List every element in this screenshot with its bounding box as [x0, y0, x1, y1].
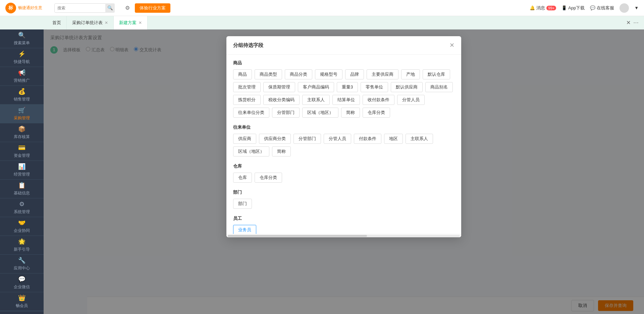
field-tag[interactable]: 主联系人	[302, 95, 330, 105]
field-tag[interactable]: 产地	[401, 69, 420, 79]
sidebar-item-finance[interactable]: 💳 资金管理	[0, 142, 44, 161]
field-tag[interactable]: 收付款条件	[363, 95, 394, 105]
field-tag[interactable]: 付款条件	[354, 134, 381, 144]
field-tag[interactable]: 部门	[233, 199, 252, 209]
field-tag[interactable]: 保质期管理	[263, 82, 295, 92]
field-tag[interactable]: 仓库分类	[363, 108, 390, 118]
section-contacts: 往来单位 供应商 供应商分类 分管部门 分管人员 付款条件 地区 主联系人 区域…	[233, 124, 454, 156]
field-tag[interactable]: 区域（地区）	[233, 146, 269, 156]
field-tag[interactable]: 供应商	[233, 134, 256, 144]
field-tag[interactable]: 规格型号	[315, 69, 342, 79]
field-tag[interactable]: 分管人员	[397, 95, 425, 105]
sidebar-item-marketing[interactable]: 📢 营销推广	[0, 67, 44, 86]
tab-home-label: 首页	[52, 20, 61, 26]
sidebar-item-operations[interactable]: 📊 经营管理	[0, 161, 44, 180]
sidebar-item-guide[interactable]: 🌟 新手引导	[0, 236, 44, 255]
sidebar-item-vip[interactable]: 👑 畅会员	[0, 292, 44, 311]
field-tag[interactable]: 简称	[272, 146, 291, 156]
sidebar-item-system[interactable]: ⚙ 系统管理	[0, 198, 44, 217]
wechat-icon: 💬	[18, 275, 25, 283]
modal-title: 分组待选字段	[233, 42, 263, 49]
online-service-label: 在线客服	[597, 5, 614, 11]
field-tag[interactable]: 仓库分类	[255, 173, 282, 183]
field-tag[interactable]: 分管人员	[324, 134, 351, 144]
settings-icon[interactable]: ⚙	[123, 3, 132, 13]
notification-label: 消息	[536, 5, 545, 11]
sidebar-item-sales[interactable]: 💰 销售管理	[0, 86, 44, 105]
logo-area: 标 畅捷通好生意	[5, 3, 49, 13]
sidebar-item-basic-info[interactable]: 📋 基础信息	[0, 180, 44, 198]
sidebar-item-collab-label: 企业协同	[14, 228, 30, 234]
modal-overlay: 分组待选字段 ✕ 商品 商品 商品类型 商品分类 规格型号 品牌 主要供应商	[44, 29, 644, 314]
field-tag[interactable]: 品牌	[345, 69, 364, 79]
service-icon: 💬	[590, 5, 595, 10]
tab-close-icon[interactable]: ✕	[626, 19, 631, 26]
tab-new-plan-label: 新建方案	[119, 20, 137, 26]
horizontal-scrollbar[interactable]	[228, 235, 460, 237]
field-tag-salesperson[interactable]: 业务员	[233, 225, 256, 234]
modal-body[interactable]: 商品 商品 商品类型 商品分类 规格型号 品牌 主要供应商 产地 默认仓库 批次…	[226, 55, 461, 234]
tab-purchase-stats[interactable]: 采购订单统计表 ✕	[67, 16, 114, 29]
download-icon: 📱	[561, 5, 567, 10]
user-menu-icon[interactable]: ▼	[634, 5, 639, 10]
field-tag[interactable]: 结算单位	[332, 95, 360, 105]
collab-icon: 🤝	[18, 219, 25, 227]
field-tag[interactable]: 税收分类编码	[263, 95, 300, 105]
sidebar-item-purchase[interactable]: 🛒 采购管理	[0, 105, 44, 123]
field-tag[interactable]: 客户商品编码	[298, 82, 334, 92]
field-tag[interactable]: 往来单位分类	[233, 108, 269, 118]
online-service-button[interactable]: 💬 在线客服	[590, 5, 614, 11]
app-download-button[interactable]: 📱 App下载	[561, 5, 585, 11]
section-department-fields: 部门	[233, 199, 454, 209]
sidebar-item-app-center[interactable]: 🔧 应用中心	[0, 255, 44, 273]
notification-button[interactable]: 🔔 消息 99+	[530, 5, 556, 11]
tab-new-plan-close[interactable]: ✕	[139, 20, 142, 25]
sidebar-item-search[interactable]: 🔍 搜索菜单	[0, 29, 44, 48]
section-employee-title: 员工	[233, 215, 454, 222]
field-tag[interactable]: 分管部门	[272, 108, 300, 118]
trial-button[interactable]: 体验行业方案	[135, 3, 170, 13]
sidebar: 🔍 搜索菜单 ⚡ 快捷导航 📢 营销推广 💰 销售管理 🛒 采购管理 📦 库存核…	[0, 29, 44, 314]
field-tag[interactable]: 商品	[233, 69, 252, 79]
vip-icon: 👑	[18, 294, 25, 302]
sidebar-item-inventory[interactable]: 📦 库存核算	[0, 123, 44, 142]
tab-more-icon[interactable]: ⋯	[633, 19, 639, 26]
field-tag[interactable]: 拣货积分	[233, 95, 261, 105]
field-tag[interactable]: 供应商分类	[259, 134, 291, 144]
field-tag[interactable]: 重量3	[337, 82, 358, 92]
field-tag[interactable]: 主要供应商	[367, 69, 398, 79]
field-tag[interactable]: 仓库	[233, 173, 252, 183]
tab-new-plan[interactable]: 新建方案 ✕	[114, 16, 148, 29]
sidebar-item-shortcut[interactable]: ⚡ 快捷导航	[0, 48, 44, 67]
finance-icon: 💳	[18, 144, 25, 151]
field-tag[interactable]: 分管部门	[293, 134, 321, 144]
sidebar-item-operations-label: 经营管理	[14, 172, 30, 177]
field-tag[interactable]: 简称	[341, 108, 360, 118]
field-tag[interactable]: 地区	[384, 134, 403, 144]
search-button[interactable]: 🔍	[105, 3, 115, 13]
field-tag[interactable]: 主联系人	[406, 134, 433, 144]
sidebar-item-collab[interactable]: 🤝 企业协同	[0, 217, 44, 236]
tab-purchase-stats-close[interactable]: ✕	[105, 20, 108, 25]
system-icon: ⚙	[19, 200, 24, 208]
avatar[interactable]	[620, 3, 629, 13]
field-tag[interactable]: 商品分类	[285, 69, 312, 79]
guide-icon: 🌟	[18, 238, 25, 245]
field-tag[interactable]: 批次管理	[233, 82, 261, 92]
section-department: 部门 部门	[233, 189, 454, 209]
section-contacts-fields: 供应商 供应商分类 分管部门 分管人员 付款条件 地区 主联系人 区域（地区） …	[233, 134, 454, 156]
field-tag[interactable]: 默认仓库	[423, 69, 450, 79]
field-tag[interactable]: 商品类型	[255, 69, 282, 79]
field-tag[interactable]: 区域（地区）	[302, 108, 338, 118]
modal-scrollbar[interactable]	[226, 234, 461, 237]
field-tag[interactable]: 零售单位	[361, 82, 388, 92]
app-center-icon: 🔧	[18, 257, 25, 264]
field-tag[interactable]: 默认供应商	[391, 82, 423, 92]
search-box: 🔍	[54, 3, 115, 13]
logo-text: 畅捷通好生意	[18, 5, 42, 10]
field-tag[interactable]: 商品别名	[425, 82, 453, 92]
sidebar-item-inventory-label: 库存核算	[14, 134, 30, 140]
sidebar-item-wechat[interactable]: 💬 企业微信	[0, 273, 44, 292]
tab-home[interactable]: 首页	[47, 16, 67, 29]
modal-close-button[interactable]: ✕	[449, 42, 454, 49]
